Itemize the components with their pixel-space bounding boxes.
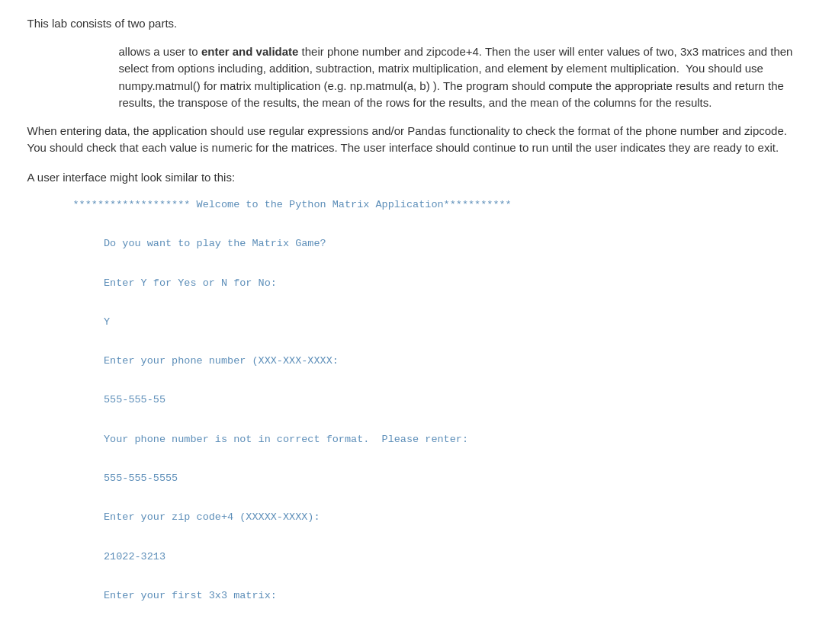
code-line-blank-9 [73,527,805,547]
code-line-blank-8 [73,489,805,508]
code-line-blank-1 [73,215,805,235]
code-line-7: Your phone number is not in correct form… [73,430,805,450]
code-line-3: Enter Y for Yes or N for No: [73,274,805,293]
code-line-blank-4 [73,332,805,351]
code-line-blank-10 [73,566,805,586]
code-line-4: Y [73,312,805,332]
code-line-blank-2 [73,254,805,274]
code-line-11: Enter your first 3x3 matrix: [73,586,805,606]
code-line-2: Do you want to play the Matrix Game? [73,234,805,254]
indented-block: allows a user to enter and validate thei… [119,43,805,112]
code-line-10: 21022-3213 [73,547,805,567]
code-line-8: 555-555-5555 [73,469,805,489]
code-line-6: 555-555-55 [73,390,805,410]
code-line-blank-7 [73,449,805,469]
paragraph2: When entering data, the application shou… [27,123,805,157]
code-line-5: Enter your phone number (XXX-XXX-XXXX: [73,351,805,371]
code-line-blank-6 [73,410,805,430]
intro-text: This lab consists of two parts. [27,15,805,33]
code-line-9: Enter your zip code+4 (XXXXX-XXXX): [73,508,805,527]
code-line-1: ******************* Welcome to the Pytho… [73,195,805,215]
section-label: A user interface might look similar to t… [27,169,805,187]
indented-paragraph: allows a user to enter and validate thei… [119,43,805,112]
page-container: This lab consists of two parts. allows a… [27,15,805,605]
code-line-blank-5 [73,371,805,391]
code-block: ******************* Welcome to the Pytho… [73,195,805,605]
code-line-blank-3 [73,293,805,312]
